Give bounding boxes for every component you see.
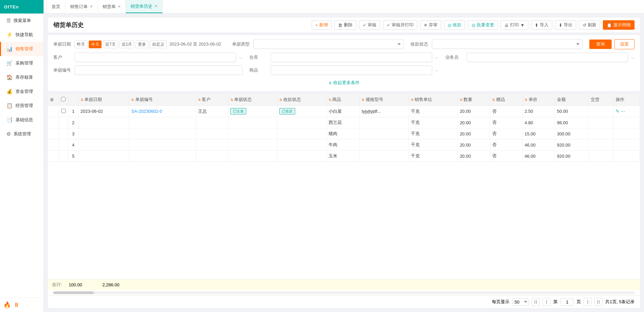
row-checkbox-cell[interactable] (59, 151, 68, 162)
col-gift[interactable]: ⇅ 赠品 (490, 94, 522, 106)
table-scroll[interactable]: ⚙ ⇅ 单据日期 ⇅ 单据编号 ⇅ 客户 ⇅ 单据状态 ⇅ 收款状态 (48, 94, 640, 279)
more-btn[interactable]: 更多 (136, 41, 148, 48)
yesterday-btn[interactable]: 昨天 (75, 41, 87, 48)
collect-button[interactable]: ◎ 收款 (444, 20, 465, 30)
row-docno[interactable] (129, 117, 196, 128)
approve-button[interactable]: ✓ 审核 (359, 20, 380, 30)
scrollbar-thumb[interactable] (53, 291, 94, 294)
row-checkbox-cell[interactable] (59, 139, 68, 151)
tab-sales-order-close[interactable]: ✕ (90, 4, 93, 9)
sidebar-item-operations-mgmt[interactable]: 📋 经营管理 (0, 99, 44, 113)
col-pay-status[interactable]: ⇅ 收款状态 (277, 94, 326, 106)
doctype-select[interactable] (253, 40, 404, 49)
select-all-checkbox[interactable] (61, 97, 65, 101)
sidebar-item-label: 快捷导航 (16, 32, 33, 38)
row-docno[interactable]: SA-20230602-0 (129, 106, 196, 117)
show-detail-button[interactable]: 📋 显示明细 (603, 20, 635, 30)
product-input[interactable] (271, 66, 432, 75)
fire-icon[interactable]: 🔥 (3, 301, 11, 309)
sidebar-item-basic-info[interactable]: 📑 基础信息 (0, 113, 44, 127)
tab-delivery[interactable]: 销货单 ✕ (98, 0, 126, 13)
new-button[interactable]: + 新增 (312, 20, 332, 30)
first-page-btn[interactable]: ⟨⟨ (532, 298, 540, 306)
col-checkbox[interactable] (59, 94, 68, 106)
pause-icon[interactable]: ⏸ (13, 302, 20, 309)
next-page-btn[interactable]: ⟩ (584, 298, 592, 306)
row-unit-price: 15.00 (522, 128, 555, 139)
customer-input[interactable] (75, 53, 236, 62)
sidebar-item-quick-nav[interactable]: ⚡ 快捷导航 (0, 28, 44, 42)
tab-delivery-history-close[interactable]: ✕ (155, 4, 158, 8)
collapse-button[interactable]: ∧ 收起更多条件 (329, 80, 360, 86)
row-checkbox[interactable] (61, 109, 66, 113)
col-quantity[interactable]: ⇅ 数量 (457, 94, 490, 106)
tab-delivery-history[interactable]: 销货单历史 ✕ (126, 0, 163, 13)
last1month-btn[interactable]: 近1月 (119, 41, 135, 48)
row-gift: 否 (490, 139, 522, 151)
table-row: 3 猪肉 千克 20.00 否 15.00 300.00 (48, 128, 640, 139)
date-range-display: 2023-06-02 至 2023-06-02 (169, 41, 221, 47)
custom-btn[interactable]: 自定义 (150, 41, 167, 48)
product-dots[interactable]: ··· (435, 68, 439, 73)
horizontal-scrollbar[interactable] (53, 291, 635, 294)
col-product[interactable]: ⇅ 商品 (326, 94, 360, 106)
delete-button[interactable]: 🗑 删除 (334, 20, 356, 30)
sidebar-item-system-mgmt[interactable]: ⚙ 系统管理 (0, 127, 44, 141)
col-spec[interactable]: ⇅ 规格型号 (360, 94, 409, 106)
sidebar-item-purchase-mgmt[interactable]: 🛒 采购管理 (0, 56, 44, 70)
col-settings[interactable]: ⚙ (48, 94, 59, 106)
page-number-input[interactable] (560, 298, 574, 306)
col-unit[interactable]: ⇅ 销售单位 (409, 94, 457, 106)
system-mgmt-icon: ⚙ (6, 131, 11, 137)
warehouse-input[interactable] (271, 53, 432, 62)
batch-change-button[interactable]: ◎ 批量变更 (468, 20, 498, 30)
docno-input[interactable] (75, 66, 243, 75)
row-doc-status (228, 139, 277, 151)
print-icon: 🖨 (504, 23, 509, 28)
filter-warehouse-group: 合库 ··· (249, 53, 439, 62)
more-action-btn[interactable]: ⋯ (621, 109, 625, 114)
settings-button[interactable]: 设置 (614, 39, 635, 49)
row-checkbox-cell[interactable] (59, 106, 68, 117)
warehouse-dots[interactable]: ··· (435, 55, 439, 60)
tab-sales-order[interactable]: 销售订单 ✕ (65, 0, 98, 13)
query-button[interactable]: 查询 (589, 40, 612, 49)
last7days-btn[interactable]: 近7天 (103, 41, 118, 48)
refresh-button[interactable]: ↺ 刷新 (579, 20, 600, 30)
page-size-select[interactable]: 50 100 (512, 298, 529, 306)
export-button[interactable]: ⬇ 导出 (555, 20, 576, 30)
row-gear (48, 139, 59, 151)
sidebar-item-sales-mgmt[interactable]: 📊 销售管理 (0, 42, 44, 56)
edit-action-btn[interactable]: ✎ (616, 109, 619, 114)
row-checkbox-cell[interactable] (59, 117, 68, 128)
sidebar-item-search-menu[interactable]: ☰ 搜索菜单 (0, 14, 44, 28)
row-unit: 千克 (409, 139, 457, 151)
sidebar-item-finance-mgmt[interactable]: 💰 资金管理 (0, 84, 44, 99)
salesperson-dots[interactable]: ··· (631, 55, 635, 60)
row-gear (48, 128, 59, 139)
row-docno[interactable] (129, 139, 196, 151)
row-docno[interactable] (129, 151, 196, 162)
sidebar-item-inventory[interactable]: 🏠 库存核算 (0, 70, 44, 84)
row-unit-price: 46.00 (522, 139, 555, 151)
customer-dots[interactable]: ··· (239, 55, 243, 60)
salesperson-input[interactable] (467, 53, 628, 62)
discard-button[interactable]: ✕ 弃审 (420, 20, 441, 30)
col-customer[interactable]: ⇅ 客户 (196, 94, 228, 106)
prev-page-btn[interactable]: ⟨ (542, 298, 551, 306)
row-docno[interactable] (129, 128, 196, 139)
approve-print-button[interactable]: ✓ 审核并打印 (383, 20, 417, 30)
print-button[interactable]: 🖨 打印 ▼ (501, 20, 528, 30)
import-button[interactable]: ⬆ 导入 (531, 20, 552, 30)
col-doc-status[interactable]: ⇅ 单据状态 (228, 94, 277, 106)
tab-home[interactable]: 首页 (47, 0, 65, 13)
paystatus-select[interactable] (432, 40, 583, 49)
col-date[interactable]: ⇅ 单据日期 (78, 94, 129, 106)
col-docno[interactable]: ⇅ 单据编号 (129, 94, 196, 106)
table-header-row: ⚙ ⇅ 单据日期 ⇅ 单据编号 ⇅ 客户 ⇅ 单据状态 ⇅ 收款状态 (48, 94, 640, 106)
col-unit-price[interactable]: ⇅ 单价 (522, 94, 555, 106)
row-checkbox-cell[interactable] (59, 128, 68, 139)
today-btn[interactable]: 今天 (89, 41, 102, 48)
last-page-btn[interactable]: ⟩⟩ (594, 298, 603, 306)
tab-delivery-close[interactable]: ✕ (118, 4, 121, 9)
